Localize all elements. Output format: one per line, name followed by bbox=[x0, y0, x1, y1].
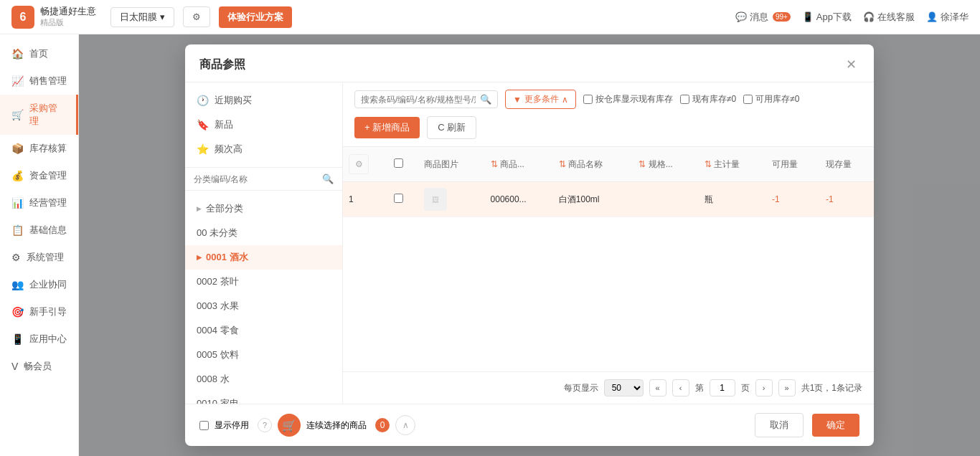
sidebar-item-enterprise[interactable]: 👥 企业协同 bbox=[0, 271, 78, 298]
logo-icon: 6 bbox=[11, 6, 34, 29]
cat-item-tea[interactable]: 0002 茶叶 bbox=[185, 270, 342, 294]
experience-button[interactable]: 体验行业方案 bbox=[219, 6, 292, 28]
nav-selector[interactable]: 日太阳膜 ▾ bbox=[110, 7, 174, 27]
collapse-footer-button[interactable]: ∧ bbox=[395, 415, 415, 435]
content-area: 商品参照 ✕ 🕐 近期购买 🔖 bbox=[79, 34, 980, 456]
checkbox-available-nonzero-label: 可用库存≠0 bbox=[755, 93, 799, 105]
checkbox-warehouse-label: 按仓库显示现有库存 bbox=[595, 93, 673, 105]
category-search-input[interactable] bbox=[194, 174, 318, 184]
nav-item-frequent[interactable]: ⭐ 频次高 bbox=[185, 137, 342, 161]
show-disabled-input[interactable] bbox=[199, 421, 209, 430]
cat-item-snack[interactable]: 0004 零食 bbox=[185, 318, 342, 343]
select-all-checkbox[interactable] bbox=[394, 158, 403, 168]
sidebar-item-purchase[interactable]: 🛒 采购管理 bbox=[0, 95, 78, 135]
checkbox-stock-nonzero[interactable]: 现有库存≠0 bbox=[680, 93, 736, 105]
sort-icon-unit: ⇅ bbox=[705, 159, 712, 169]
first-page-button[interactable]: « bbox=[649, 379, 666, 396]
col-unit[interactable]: ⇅ 主计量 bbox=[699, 147, 766, 182]
show-disabled-checkbox[interactable]: 显示停用 bbox=[199, 419, 249, 432]
checkbox-warehouse-input[interactable] bbox=[583, 95, 593, 104]
category-search-icon[interactable]: 🔍 bbox=[322, 174, 334, 184]
row-name: 白酒100ml bbox=[553, 182, 633, 217]
help-icon[interactable]: ? bbox=[258, 418, 272, 432]
left-nav: 🕐 近期购买 🔖 新品 ⭐ 频次高 bbox=[185, 82, 342, 168]
sidebar-item-finance[interactable]: 💰 资金管理 bbox=[0, 162, 78, 189]
row-no: 1 bbox=[343, 182, 388, 217]
purchase-icon: 🛒 bbox=[11, 109, 24, 120]
category-list: 全部分类 00 未分类 0001 酒水 0002 茶叶 bbox=[185, 191, 342, 404]
cat-item-fruit[interactable]: 0003 水果 bbox=[185, 294, 342, 318]
sidebar-label-system: 系统管理 bbox=[27, 251, 64, 264]
sidebar-item-apps[interactable]: 📱 应用中心 bbox=[0, 326, 78, 353]
add-product-button[interactable]: + 新增商品 bbox=[354, 117, 420, 138]
cat-item-all[interactable]: 全部分类 bbox=[185, 196, 342, 221]
checkbox-available-nonzero[interactable]: 可用库存≠0 bbox=[743, 93, 799, 105]
total-info: 共1页，1条记录 bbox=[801, 382, 862, 394]
online-service-label: 在线客服 bbox=[877, 11, 915, 24]
modal: 商品参照 ✕ 🕐 近期购买 🔖 bbox=[185, 44, 874, 446]
cat-label-snack: 0004 零食 bbox=[197, 324, 239, 337]
sidebar-item-member[interactable]: V 畅会员 bbox=[0, 353, 78, 380]
current-page-input[interactable] bbox=[710, 379, 735, 396]
col-name[interactable]: ⇅ 商品名称 bbox=[553, 147, 633, 182]
cat-label-appliance: 0010 家电 bbox=[197, 397, 239, 404]
sidebar-item-home[interactable]: 🏠 首页 bbox=[0, 40, 78, 67]
gear-button[interactable]: ⚙ bbox=[183, 6, 210, 27]
row-checkbox[interactable] bbox=[394, 194, 403, 203]
selector-label: 日太阳膜 bbox=[120, 11, 157, 24]
nav-item-new[interactable]: 🔖 新品 bbox=[185, 113, 342, 137]
col-image: 商品图片 bbox=[418, 147, 484, 182]
cat-label-beverage: 0005 饮料 bbox=[197, 348, 239, 361]
chevron-down-icon: ▾ bbox=[160, 11, 165, 22]
sort-icon-code: ⇅ bbox=[491, 159, 498, 169]
sidebar-item-system[interactable]: ⚙ 系统管理 bbox=[0, 244, 78, 271]
table-settings-button[interactable]: ⚙ bbox=[349, 154, 369, 174]
sidebar-item-basic[interactable]: 📋 基础信息 bbox=[0, 217, 78, 244]
message-badge: 99+ bbox=[773, 12, 791, 22]
cat-item-liquor[interactable]: 0001 酒水 bbox=[185, 245, 342, 270]
col-code[interactable]: ⇅ 商品... bbox=[485, 147, 553, 182]
sidebar-label-operation: 经营管理 bbox=[29, 196, 67, 209]
product-search-input[interactable] bbox=[361, 95, 476, 105]
checkbox-available-nonzero-input[interactable] bbox=[743, 95, 753, 104]
modal-footer: 显示停用 ? 🛒 连续选择的商品 0 ∧ 取消 确定 bbox=[185, 404, 874, 446]
toolbar: 🔍 ▼ 更多条件 ∧ 按仓库显示现有库存 bbox=[343, 82, 874, 147]
finance-icon: 💰 bbox=[11, 170, 24, 181]
row-code: 000600... bbox=[485, 182, 553, 217]
sidebar-item-sales[interactable]: 📈 销售管理 bbox=[0, 67, 78, 95]
messages-item[interactable]: 💬 消息 99+ bbox=[735, 11, 791, 24]
cat-label-water: 0008 水 bbox=[197, 373, 230, 386]
cancel-button[interactable]: 取消 bbox=[755, 413, 804, 437]
next-page-button[interactable]: › bbox=[755, 379, 773, 396]
cat-item-appliance[interactable]: 0010 家电 bbox=[185, 391, 342, 404]
cart-icon-button[interactable]: 🛒 bbox=[278, 414, 301, 437]
sidebar-label-apps: 应用中心 bbox=[29, 333, 67, 346]
prev-page-button[interactable]: ‹ bbox=[672, 379, 689, 396]
cat-item-beverage[interactable]: 0005 饮料 bbox=[185, 343, 342, 367]
last-page-button[interactable]: » bbox=[778, 379, 796, 396]
checkbox-warehouse[interactable]: 按仓库显示现有库存 bbox=[583, 93, 673, 105]
cat-item-uncategorized[interactable]: 00 未分类 bbox=[185, 221, 342, 245]
sidebar-item-guide[interactable]: 🎯 新手引导 bbox=[0, 298, 78, 326]
col-spec[interactable]: ⇅ 规格... bbox=[633, 147, 698, 182]
messages-label: 消息 bbox=[750, 11, 768, 24]
system-icon: ⚙ bbox=[11, 252, 21, 263]
checkbox-stock-nonzero-label: 现有库存≠0 bbox=[692, 93, 736, 105]
confirm-button[interactable]: 确定 bbox=[812, 414, 859, 437]
checkbox-stock-nonzero-input[interactable] bbox=[680, 95, 689, 104]
table-row[interactable]: 1 🖼 000600... 白酒100ml bbox=[343, 182, 874, 217]
sidebar-item-inventory[interactable]: 📦 库存核算 bbox=[0, 135, 78, 162]
cat-item-water[interactable]: 0008 水 bbox=[185, 367, 342, 391]
nav-right: 💬 消息 99+ 📱 App下载 🎧 在线客服 👤 徐泽华 bbox=[735, 11, 969, 24]
per-page-select[interactable]: 50 100 200 bbox=[604, 379, 644, 396]
app-download-item[interactable]: 📱 App下载 bbox=[802, 11, 852, 24]
online-service-item[interactable]: 🎧 在线客服 bbox=[863, 11, 915, 24]
filter-label: 更多条件 bbox=[524, 93, 559, 105]
user-item[interactable]: 👤 徐泽华 bbox=[926, 11, 969, 24]
product-search-icon[interactable]: 🔍 bbox=[480, 94, 491, 105]
modal-close-button[interactable]: ✕ bbox=[842, 56, 859, 73]
refresh-button[interactable]: C 刷新 bbox=[427, 116, 476, 139]
nav-item-recent[interactable]: 🕐 近期购买 bbox=[185, 88, 342, 113]
filter-button[interactable]: ▼ 更多条件 ∧ bbox=[505, 90, 576, 109]
sidebar-item-operation[interactable]: 📊 经营管理 bbox=[0, 189, 78, 217]
